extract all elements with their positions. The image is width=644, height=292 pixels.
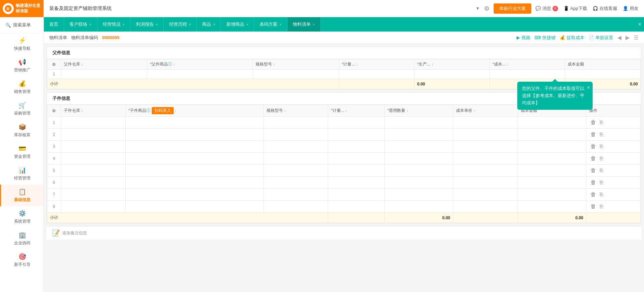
sort-icon[interactable]: ↕: [273, 62, 275, 66]
tab-close-icon[interactable]: ×: [213, 23, 215, 26]
cell-cost[interactable]: [490, 70, 565, 79]
cell-child-amount[interactable]: [518, 201, 586, 213]
message-button[interactable]: 💬 消息 6: [535, 5, 558, 12]
cell-child-qty[interactable]: [384, 177, 453, 189]
gear-icon[interactable]: ⚙: [484, 5, 490, 12]
tab-customer[interactable]: 客户联络 ×: [64, 17, 97, 32]
copy-row-button[interactable]: ⎘: [598, 131, 605, 138]
cell-child-qty[interactable]: [384, 165, 453, 177]
search-menu-button[interactable]: 🔍 搜索菜单: [3, 20, 41, 30]
sidebar-item-marketing[interactable]: 📢 营销推广: [0, 55, 44, 77]
cell-child-product[interactable]: [125, 201, 263, 213]
sidebar-item-system[interactable]: ⚙️ 系统管理: [0, 206, 44, 228]
cell-child-amount[interactable]: [518, 141, 586, 153]
cell-amount[interactable]: [565, 70, 641, 79]
tab-history[interactable]: 经营历程 ×: [164, 17, 197, 32]
cell-child-unit-cost[interactable]: [453, 177, 518, 189]
cell-child-product[interactable]: [125, 141, 263, 153]
sidebar-item-inventory[interactable]: 📦 库存核算: [0, 120, 44, 141]
cell-child-unit-cost[interactable]: [453, 165, 518, 177]
cell-child-product[interactable]: [125, 177, 263, 189]
cell-child-unit[interactable]: [328, 141, 385, 153]
tab-product[interactable]: 商品 ×: [197, 17, 221, 32]
cell-child-warehouse[interactable]: [61, 201, 126, 213]
cell-child-qty[interactable]: [384, 189, 453, 201]
tab-close-icon[interactable]: ×: [313, 23, 315, 26]
video-button[interactable]: ▶ 视频: [517, 35, 530, 41]
cell-child-unit-cost[interactable]: [453, 189, 518, 201]
cell-child-warehouse[interactable]: [61, 153, 126, 165]
tab-operations[interactable]: 经营情况 ×: [97, 17, 131, 32]
cell-child-spec[interactable]: [263, 189, 328, 201]
cell-child-spec[interactable]: [263, 153, 328, 165]
sidebar-item-guide[interactable]: 🎯 新手引导: [0, 249, 44, 271]
cell-child-product[interactable]: [125, 189, 263, 201]
sort-icon[interactable]: ↕: [173, 62, 175, 66]
cell-child-amount[interactable]: [518, 189, 586, 201]
cell-child-spec[interactable]: [263, 117, 328, 129]
bottom-bar-text[interactable]: 添加备注信息: [62, 230, 87, 236]
cell-child-product[interactable]: [125, 129, 263, 141]
tab-close-icon[interactable]: ×: [189, 23, 191, 26]
tab-close-icon[interactable]: ×: [280, 23, 282, 26]
delete-row-button[interactable]: 🗑: [589, 167, 597, 174]
cell-child-unit[interactable]: [328, 189, 385, 201]
copy-row-button[interactable]: ⎘: [598, 179, 605, 186]
sort-icon[interactable]: ↕: [284, 108, 286, 113]
sort-icon[interactable]: ↕: [507, 62, 509, 66]
cell-child-amount[interactable]: [518, 165, 586, 177]
cell-production[interactable]: [414, 70, 490, 79]
th-settings[interactable]: ⚙: [47, 59, 61, 70]
experience-button[interactable]: 体验行业方案: [494, 3, 531, 14]
cell-child-spec[interactable]: [263, 201, 328, 213]
cell-child-unit-cost[interactable]: [453, 141, 518, 153]
shortcut-button[interactable]: ⌨ 快捷键: [534, 35, 556, 41]
sub-tab-bom[interactable]: 物料清单: [49, 35, 67, 41]
delete-row-button[interactable]: 🗑: [589, 119, 597, 126]
cell-child-spec[interactable]: [263, 165, 328, 177]
extract-cost-button[interactable]: 💰 提取成本: [560, 35, 584, 41]
cell-child-unit[interactable]: [328, 129, 385, 141]
tab-bom[interactable]: 物料清单 ×: [287, 17, 321, 32]
cell-child-warehouse[interactable]: [61, 141, 126, 153]
sort-icon[interactable]: ↕: [474, 108, 476, 113]
copy-row-button[interactable]: ⎘: [598, 119, 605, 126]
sort-icon[interactable]: ↕: [356, 62, 358, 66]
cell-child-unit[interactable]: [328, 117, 385, 129]
cell-child-qty[interactable]: [384, 117, 453, 129]
tab-close-icon[interactable]: ×: [123, 23, 125, 26]
sidebar-item-purchase[interactable]: 🛒 采购管理: [0, 98, 44, 120]
nav-next-icon[interactable]: ▶: [626, 34, 630, 41]
document-settings-button[interactable]: 📄 单据设置: [589, 35, 613, 41]
cell-child-unit-cost[interactable]: [453, 153, 518, 165]
tab-close-icon[interactable]: ×: [246, 23, 248, 26]
sidebar-item-operations[interactable]: 📊 经营管理: [0, 163, 44, 185]
cell-child-qty[interactable]: [384, 141, 453, 153]
sidebar-item-enterprise[interactable]: 🏢 企业协同: [0, 228, 44, 249]
copy-row-button[interactable]: ⎘: [598, 155, 605, 162]
delete-row-button[interactable]: 🗑: [589, 155, 597, 162]
tooltip-close-button[interactable]: ×: [587, 84, 590, 91]
close-tab-icon[interactable]: ×: [638, 21, 641, 27]
sidebar-item-finance[interactable]: 💳 资金管理: [0, 141, 44, 163]
cell-child-product[interactable]: [125, 153, 263, 165]
cell-child-spec[interactable]: [263, 177, 328, 189]
cell-product[interactable]: [147, 70, 252, 79]
scan-input-button[interactable]: 扫码录入: [152, 107, 174, 114]
cell-child-qty[interactable]: [384, 129, 453, 141]
cell-child-unit[interactable]: [328, 165, 385, 177]
cell-child-qty[interactable]: [384, 201, 453, 213]
cell-child-unit-cost[interactable]: [453, 129, 518, 141]
online-service-button[interactable]: 🎧 在线客服: [593, 5, 617, 12]
info-icon[interactable]: ⓘ: [168, 62, 172, 67]
cell-child-spec[interactable]: [263, 129, 328, 141]
sidebar-item-quick-nav[interactable]: ⚡ 快捷导航: [0, 33, 44, 55]
copy-row-button[interactable]: ⎘: [598, 143, 605, 150]
cell-child-qty[interactable]: [384, 153, 453, 165]
cell-child-warehouse[interactable]: [61, 189, 126, 201]
delete-row-button[interactable]: 🗑: [589, 143, 597, 150]
sort-icon[interactable]: ↕: [81, 108, 83, 113]
cell-child-unit-cost[interactable]: [453, 117, 518, 129]
info-icon[interactable]: ⓘ: [146, 108, 150, 113]
delete-row-button[interactable]: 🗑: [589, 191, 597, 198]
